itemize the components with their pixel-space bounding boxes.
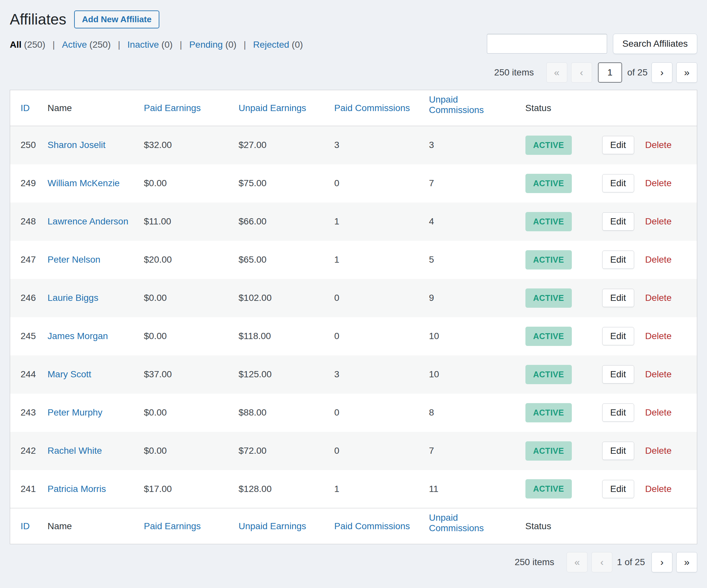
filter-count: (0) xyxy=(161,39,172,50)
delete-link[interactable]: Delete xyxy=(645,369,672,379)
status-badge: ACTIVE xyxy=(526,212,572,231)
delete-link[interactable]: Delete xyxy=(645,255,672,265)
unpaid-commissions-value: 9 xyxy=(423,279,519,317)
affiliate-id: 246 xyxy=(10,279,41,317)
status-cell: ACTIVE xyxy=(519,126,596,164)
delete-link[interactable]: Delete xyxy=(645,484,672,494)
affiliate-name-link[interactable]: Peter Murphy xyxy=(48,407,103,418)
edit-button[interactable]: Edit xyxy=(602,403,634,422)
delete-link[interactable]: Delete xyxy=(645,140,672,150)
sort-id-link[interactable]: ID xyxy=(21,103,30,113)
paid-earnings-value: $32.00 xyxy=(137,126,232,164)
search-affiliates-button[interactable]: Search Affiliates xyxy=(613,34,697,54)
actions-cell: Edit Delete xyxy=(596,279,697,317)
affiliate-name-link[interactable]: Peter Nelson xyxy=(48,255,101,265)
affiliate-name-link[interactable]: James Morgan xyxy=(48,331,108,341)
table-footer: ID Name Paid Earnings Unpaid Earnings Pa… xyxy=(10,508,697,544)
sort-paid-earnings-link[interactable]: Paid Earnings xyxy=(144,103,201,113)
affiliate-name-link[interactable]: Sharon Joselit xyxy=(48,140,105,150)
paid-earnings-value: $11.00 xyxy=(137,202,232,241)
paid-commissions-value: 0 xyxy=(328,317,423,355)
footer-column-id: ID xyxy=(10,508,41,544)
affiliate-name-link[interactable]: Patricia Morris xyxy=(48,484,106,494)
status-badge: ACTIVE xyxy=(526,136,572,155)
last-page-button[interactable]: » xyxy=(676,62,697,83)
delete-link[interactable]: Delete xyxy=(645,216,672,226)
affiliate-id: 242 xyxy=(10,432,41,470)
edit-button[interactable]: Edit xyxy=(602,289,634,307)
table-row: 241 Patricia Morris $17.00 $128.00 1 11 … xyxy=(10,470,697,508)
edit-button[interactable]: Edit xyxy=(602,174,634,192)
status-badge: ACTIVE xyxy=(526,327,572,346)
delete-link[interactable]: Delete xyxy=(645,407,672,418)
actions-cell: Edit Delete xyxy=(596,470,697,508)
edit-button[interactable]: Edit xyxy=(602,251,634,269)
filter-pending: Pending (0) | xyxy=(189,39,253,50)
sort-unpaid-earnings-link[interactable]: Unpaid Earnings xyxy=(239,103,306,113)
footer-column-name: Name xyxy=(41,508,137,544)
filter-separator: | xyxy=(179,39,182,50)
filter-all-link[interactable]: All (250) xyxy=(10,39,45,50)
last-page-button[interactable]: » xyxy=(676,552,697,572)
sort-unpaid-commissions-link[interactable]: Unpaid Commissions xyxy=(429,94,512,115)
status-cell: ACTIVE xyxy=(519,164,596,202)
paid-earnings-value: $0.00 xyxy=(137,394,232,432)
actions-cell: Edit Delete xyxy=(596,126,697,164)
next-page-button[interactable]: › xyxy=(651,552,672,572)
status-badge: ACTIVE xyxy=(526,479,572,498)
paid-commissions-value: 0 xyxy=(328,394,423,432)
column-header-unpaid-commissions: Unpaid Commissions xyxy=(423,90,519,126)
status-badge: ACTIVE xyxy=(526,250,572,269)
filter-pending-link[interactable]: Pending (0) xyxy=(189,39,236,50)
paid-commissions-value: 0 xyxy=(328,164,423,202)
delete-link[interactable]: Delete xyxy=(645,293,672,303)
filter-count: (250) xyxy=(90,39,111,50)
sort-paid-commissions-link[interactable]: Paid Commissions xyxy=(334,103,410,113)
sort-id-link[interactable]: ID xyxy=(21,521,30,531)
edit-button[interactable]: Edit xyxy=(602,480,634,498)
delete-link[interactable]: Delete xyxy=(645,446,672,456)
affiliate-name-link[interactable]: Mary Scott xyxy=(48,369,92,379)
status-badge: ACTIVE xyxy=(526,289,572,308)
edit-button[interactable]: Edit xyxy=(602,365,634,384)
edit-button[interactable]: Edit xyxy=(602,136,634,154)
affiliate-name-cell: James Morgan xyxy=(41,317,137,355)
prev-page-button: ‹ xyxy=(571,62,592,83)
filter-active-link[interactable]: Active (250) xyxy=(62,39,111,50)
sort-paid-commissions-link[interactable]: Paid Commissions xyxy=(334,521,410,531)
filter-inactive-link[interactable]: Inactive (0) xyxy=(127,39,173,50)
paid-commissions-value: 3 xyxy=(328,126,423,164)
current-page-input[interactable] xyxy=(598,62,622,83)
items-count: 250 items xyxy=(515,557,554,567)
affiliate-name-link[interactable]: William McKenzie xyxy=(48,178,120,188)
edit-button[interactable]: Edit xyxy=(602,212,634,231)
sort-unpaid-earnings-link[interactable]: Unpaid Earnings xyxy=(239,521,306,531)
sort-unpaid-commissions-link[interactable]: Unpaid Commissions xyxy=(429,513,512,533)
status-cell: ACTIVE xyxy=(519,432,596,470)
search-input[interactable] xyxy=(487,34,607,54)
affiliate-name-cell: Peter Nelson xyxy=(41,241,137,279)
delete-link[interactable]: Delete xyxy=(645,178,672,188)
column-header-paid-earnings: Paid Earnings xyxy=(137,90,232,126)
affiliate-name-cell: William McKenzie xyxy=(41,164,137,202)
paid-earnings-value: $17.00 xyxy=(137,470,232,508)
page-title: Affiliates xyxy=(10,11,66,28)
filter-separator: | xyxy=(244,39,246,50)
filter-count: (0) xyxy=(292,39,303,50)
affiliate-name-link[interactable]: Laurie Biggs xyxy=(48,293,99,303)
affiliate-name-link[interactable]: Lawrence Anderson xyxy=(48,216,129,226)
filter-rejected-link[interactable]: Rejected (0) xyxy=(253,39,303,50)
edit-button[interactable]: Edit xyxy=(602,442,634,460)
table-row: 242 Rachel White $0.00 $72.00 0 7 ACTIVE… xyxy=(10,432,697,470)
next-page-button[interactable]: › xyxy=(651,62,672,83)
add-new-affiliate-button[interactable]: Add New Affiliate xyxy=(74,10,159,28)
footer-column-status: Status xyxy=(519,508,596,544)
affiliate-name-link[interactable]: Rachel White xyxy=(48,446,102,456)
sort-paid-earnings-link[interactable]: Paid Earnings xyxy=(144,521,201,531)
unpaid-commissions-value: 10 xyxy=(423,355,519,394)
filter-label: Active xyxy=(62,39,87,50)
tablenav-bottom: 250 items « ‹ 1 of 25 › » xyxy=(10,551,697,573)
edit-button[interactable]: Edit xyxy=(602,327,634,345)
affiliate-name-cell: Peter Murphy xyxy=(41,394,137,432)
delete-link[interactable]: Delete xyxy=(645,331,672,341)
